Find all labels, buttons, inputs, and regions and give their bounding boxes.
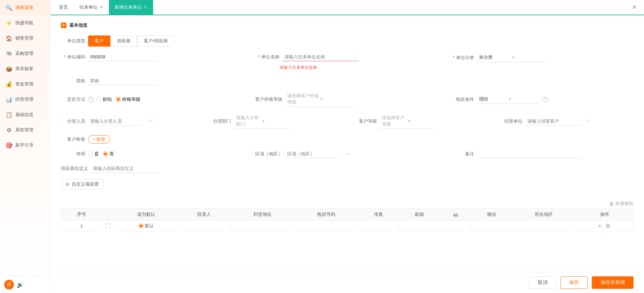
add-row-button[interactable]: + [597, 223, 603, 229]
sidebar-bottom: 用 🔊 [0, 276, 50, 293]
cell-qq [440, 221, 471, 231]
unit-code-label: 单位编码 [61, 54, 85, 60]
contact-table: 序号 设为默认 联系人 到货地址 电话号码 传真 邮箱 qq 微信 所在地区 操… [61, 208, 634, 231]
save-button[interactable]: 保存 [560, 276, 588, 289]
supplier-custom-input[interactable] [91, 164, 160, 173]
customer-level-label: 客户等级 [353, 118, 377, 124]
unit-name-input[interactable] [282, 53, 359, 61]
save-add-button[interactable]: 保存并新增 [592, 276, 634, 289]
col-check [102, 209, 114, 221]
sidebar-item-purchase[interactable]: 🛍 采购管理 [0, 46, 50, 61]
sidebar-item-operations[interactable]: 📊 经营管理 [0, 92, 50, 107]
remark-label: 备注 [450, 151, 474, 157]
sidebar-item-inventory[interactable]: 📦 库存核算 [0, 61, 50, 76]
cell-phone [294, 221, 358, 231]
region-more-btn[interactable]: ··· [344, 151, 351, 157]
sidebar-item-system[interactable]: ⚙ 系统管理 [0, 122, 50, 138]
settlement-input[interactable] [525, 117, 581, 125]
add-tag-button[interactable]: + 标签 [88, 135, 110, 144]
price-level-radio[interactable]: 价格等级 [116, 96, 140, 103]
tags-field: 客户标签 + 标签 [61, 135, 634, 144]
delete-row-button[interactable]: 🗑 [604, 223, 612, 229]
code-name-row: 单位编码 单位名称 请输入往来单位名称 单位分类 未分类 ▾ [61, 53, 634, 71]
unit-type-label: 单位类型 [61, 38, 85, 44]
cell-check [102, 221, 114, 231]
sales-icon: 🏠 [6, 35, 13, 42]
abbr-label: 简称 [61, 78, 85, 84]
tab-partners[interactable]: 往来单位 ✕ [74, 0, 109, 15]
custom-settings-button[interactable]: ⚙ 自定义项设置 [61, 179, 103, 189]
disabled-yes-circle [88, 152, 93, 156]
tab-partners-close[interactable]: ✕ [100, 5, 103, 10]
type-btn-customer[interactable]: 客户 [88, 35, 110, 47]
tab-new-partner-close[interactable]: ✕ [144, 5, 147, 10]
cancel-button[interactable]: 取消 [529, 276, 556, 289]
dept-placeholder: 请输入分管部门 [236, 115, 261, 127]
dept-select[interactable]: 请输入分管部门 ▾ [234, 113, 290, 129]
customer-level-select[interactable]: 请选择客户等级 ▾ [380, 113, 435, 129]
supplier-custom-label: 供应商自定义 [61, 165, 88, 172]
pricing-help-icon[interactable]: ? [88, 97, 94, 102]
sidebar-item-basic[interactable]: 📋 基础信息 [0, 107, 50, 122]
operations-icon: 📊 [6, 96, 13, 103]
unit-code-input[interactable] [88, 53, 158, 61]
manager-more-btn[interactable]: ··· [147, 118, 154, 124]
type-buttons: 客户 供应商 客户/供应商 [88, 35, 174, 47]
disabled-no-label: 否 [109, 151, 114, 157]
manager-input[interactable] [88, 117, 144, 125]
default-radio-item[interactable]: 默认 [118, 223, 174, 229]
sidebar-label-purchase: 采购管理 [15, 50, 33, 57]
payment-terms-select[interactable]: 现结 ▾ [477, 95, 540, 104]
settlement-more-btn[interactable]: ··· [584, 118, 591, 124]
search-icon: 🔍 [6, 4, 13, 11]
section-icon: P [61, 23, 66, 28]
purchase-icon: 🛍 [6, 50, 13, 57]
sidebar-item-search[interactable]: 🔍 搜索菜单 [0, 0, 50, 15]
unit-category-value: 未分类 [479, 54, 511, 60]
quicknav-icon: ⚡ [6, 19, 13, 26]
tab-home[interactable]: 首页 [53, 0, 74, 15]
form-content: P 基本信息 单位类型 客户 供应商 客户/供应商 单位编码 单位名称 [50, 15, 644, 272]
customer-price-level-label: 客户价格等级 [255, 96, 282, 103]
type-btn-supplier[interactable]: 供应商 [110, 35, 137, 47]
unit-type-row: 单位类型 客户 供应商 客户/供应商 [61, 35, 634, 47]
disabled-no-radio[interactable]: 否 [103, 151, 114, 157]
region-input[interactable] [285, 150, 341, 158]
inventory-icon: 📦 [6, 65, 13, 72]
batch-delete-label: 批量删除 [615, 201, 634, 207]
tab-new-partner[interactable]: 新增往来单位 ✕ [109, 0, 153, 15]
customer-price-level-placeholder: 请选择客户价格等级 [287, 93, 319, 105]
col-contact: 联系人 [178, 209, 231, 221]
customer-level-arrow-icon: ▾ [408, 119, 433, 123]
batch-delete-button[interactable]: 🗑 批量删除 [609, 201, 634, 207]
disabled-no-circle [103, 152, 108, 156]
abbr-input[interactable] [88, 77, 158, 85]
sidebar-item-quicknav[interactable]: ⚡ 快捷导航 [0, 15, 50, 31]
basic-icon: 📋 [6, 111, 13, 118]
sidebar-item-sales[interactable]: 🏠 销售管理 [0, 31, 50, 46]
tab-partners-label: 往来单位 [79, 4, 97, 10]
customer-price-level-select[interactable]: 请选择客户价格等级 ▾ [285, 91, 355, 107]
col-email: 邮箱 [399, 209, 440, 221]
unit-name-field: 单位名称 请输入往来单位名称 [255, 53, 439, 71]
sidebar-item-guide[interactable]: 🎯 新手引导 [0, 138, 50, 153]
customer-level-placeholder: 请选择客户等级 [382, 115, 407, 127]
tabbar: 首页 往来单位 ✕ 新增往来单位 ✕ ✕ [50, 0, 644, 15]
type-btn-both[interactable]: 客户/供应商 [137, 35, 174, 47]
dept-label: 分管部门 [207, 118, 231, 124]
category-arrow-icon: ▾ [512, 55, 544, 60]
disabled-row: 停用 是 否 区域（地区） ··· 备注 [61, 150, 634, 158]
remark-field: 备注 [450, 150, 634, 158]
manager-label: 分管人员 [61, 118, 85, 124]
discount-radio[interactable]: 折扣 [96, 96, 112, 103]
tabbar-close-all[interactable]: ✕ [628, 3, 641, 11]
row-checkbox[interactable] [106, 223, 111, 228]
unit-category-select[interactable]: 未分类 ▾ [477, 53, 547, 62]
payment-help-icon[interactable]: ? [542, 97, 548, 102]
disabled-yes-radio[interactable]: 是 [88, 151, 99, 157]
col-action: 操作 [576, 209, 634, 221]
remark-input[interactable] [477, 150, 581, 158]
main-area: 首页 往来单位 ✕ 新增往来单位 ✕ ✕ P 基本信息 单位类型 客户 供应商 … [50, 0, 644, 293]
sidebar-label-system: 系统管理 [15, 127, 33, 133]
sidebar-item-finance[interactable]: 💰 资金管理 [0, 76, 50, 92]
